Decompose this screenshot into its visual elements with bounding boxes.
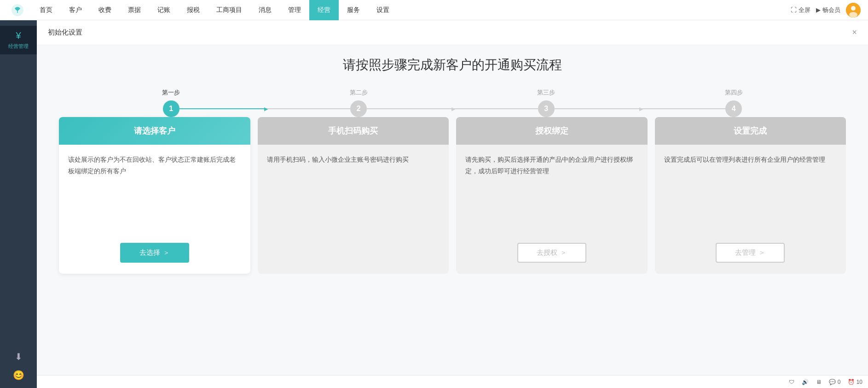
nav-fee[interactable]: 收费 (90, 0, 120, 20)
volume-icon: 🔊 (802, 379, 809, 385)
step-2-circle: 2 (350, 100, 367, 117)
cards-row: 请选择客户 该处展示的客户为不在回收站、客户状态正常建账后完成老板端绑定的所有客… (59, 117, 846, 274)
card-3-body: 请先购买，购买后选择开通的产品中的企业用户进行授权绑定，成功后即可进行经营管理 (456, 145, 648, 235)
monitor-icon: 🖥 (816, 379, 822, 385)
message-count: 💬 0 (829, 379, 840, 385)
arrow-icon: ＞ (163, 248, 170, 257)
card-4-body: 设置完成后可以在管理列表进行所有企业用户的经营管理 (655, 145, 846, 235)
go-select-button[interactable]: 去选择 ＞ (120, 243, 189, 263)
step-1-label: 第一步 (162, 88, 180, 97)
nav-message[interactable]: 消息 (250, 0, 280, 20)
nav-home[interactable]: 首页 (31, 0, 61, 20)
step-4-indicator: 第四步 4 (640, 88, 828, 117)
card-1-body: 该处展示的客户为不在回收站、客户状态正常建账后完成老板端绑定的所有客户 (59, 145, 250, 235)
nav-right: ⛶ 全屏 ▶ 畅会员 (791, 3, 861, 18)
avatar[interactable] (846, 3, 861, 18)
card-1-header: 请选择客户 (59, 117, 250, 145)
close-button[interactable]: × (852, 28, 857, 37)
page-header: 初始化设置 × (37, 20, 868, 45)
step-2-indicator: 第二步 2 ▶ (265, 88, 453, 117)
download-icon[interactable]: ⬇ (15, 351, 23, 362)
card-3-header: 授权绑定 (456, 117, 648, 145)
support-icon[interactable]: 😊 (13, 370, 24, 381)
step-card-3: 授权绑定 请先购买，购买后选择开通的产品中的企业用户进行授权绑定，成功后即可进行… (456, 117, 648, 274)
yuan-icon: ¥ (16, 30, 21, 41)
fullscreen-icon: ⛶ (791, 6, 797, 13)
card-2-body: 请用手机扫码，输入小微企业主账号密码进行购买 (258, 145, 449, 255)
nav-items: 首页 客户 收费 票据 记账 报税 工商项目 消息 管理 经营 服务 设置 (31, 0, 791, 20)
card-3-footer: 去授权 ＞ (456, 235, 648, 274)
step-3-label: 第三步 (537, 88, 555, 97)
nav-bill[interactable]: 票据 (120, 0, 149, 20)
step-1-circle: 1 (163, 100, 179, 117)
fullscreen-btn[interactable]: ⛶ 全屏 (791, 6, 810, 14)
svg-point-3 (849, 12, 857, 18)
nav-manage[interactable]: 管理 (280, 0, 309, 20)
card-2-header: 手机扫码购买 (258, 117, 449, 145)
nav-tax[interactable]: 报税 (179, 0, 208, 20)
arrow-icon-4: ＞ (758, 248, 765, 257)
step-1-indicator: 第一步 1 ▶ (77, 88, 265, 117)
shield-icon: 🛡 (789, 379, 794, 385)
step-3-indicator: 第三步 3 ▶ (452, 88, 640, 117)
main-content: 初始化设置 × 请按照步骤完成新客户的开通购买流程 第一步 1 ▶ (37, 20, 868, 376)
step-3-circle: 3 (538, 100, 555, 117)
card-1-footer: 去选择 ＞ (59, 235, 250, 274)
wizard-title: 请按照步骤完成新客户的开通购买流程 (59, 56, 846, 74)
status-bar: ▶ 完成 🛡 🔊 🖥 💬 0 ⏰ 10 (0, 375, 868, 388)
steps-indicator: 第一步 1 ▶ 第二步 2 (59, 88, 846, 117)
nav-customer[interactable]: 客户 (61, 0, 90, 20)
nav-service[interactable]: 服务 (339, 0, 368, 20)
nav-settings[interactable]: 设置 (368, 0, 398, 20)
page-title: 初始化设置 (48, 28, 82, 37)
step-card-4: 设置完成 设置完成后可以在管理列表进行所有企业用户的经营管理 去管理 ＞ (655, 117, 846, 274)
step-2-label: 第二步 (350, 88, 368, 97)
sidebar-bottom: ⬇ 😊 (13, 351, 24, 381)
wizard-wrapper: 请按照步骤完成新客户的开通购买流程 第一步 1 ▶ 第二步 (37, 45, 868, 376)
go-manage-button[interactable]: 去管理 ＞ (716, 243, 785, 263)
arrow-icon-3: ＞ (560, 248, 567, 257)
nav-accounting[interactable]: 记账 (149, 0, 179, 20)
top-nav: 首页 客户 收费 票据 记账 报税 工商项目 消息 管理 经营 服务 设置 ⛶ … (0, 0, 868, 20)
status-bar-right: 🛡 🔊 🖥 💬 0 ⏰ 10 (789, 379, 862, 385)
go-authorize-button[interactable]: 去授权 ＞ (517, 243, 586, 263)
nav-operation[interactable]: 经营 (309, 0, 339, 20)
member-btn[interactable]: ▶ 畅会员 (816, 6, 840, 14)
sidebar-item-label: 经营管理 (8, 43, 29, 50)
logo (7, 0, 28, 20)
card-4-footer: 去管理 ＞ (655, 235, 846, 274)
step-card-1: 请选择客户 该处展示的客户为不在回收站、客户状态正常建账后完成老板端绑定的所有客… (59, 117, 250, 274)
step-4-circle: 4 (725, 100, 742, 117)
nav-business[interactable]: 工商项目 (208, 0, 250, 20)
step-4-label: 第四步 (725, 88, 743, 97)
step-card-2: 手机扫码购买 请用手机扫码，输入小微企业主账号密码进行购买 (258, 117, 449, 274)
sidebar: ¥ 经营管理 ⬇ 😊 (0, 20, 37, 388)
card-2-footer (258, 255, 449, 274)
sidebar-item-operation[interactable]: ¥ 经营管理 (0, 26, 37, 54)
video-icon: ▶ (816, 6, 821, 13)
time-display: ⏰ 10 (848, 379, 862, 385)
card-4-header: 设置完成 (655, 117, 846, 145)
svg-point-2 (851, 6, 856, 11)
